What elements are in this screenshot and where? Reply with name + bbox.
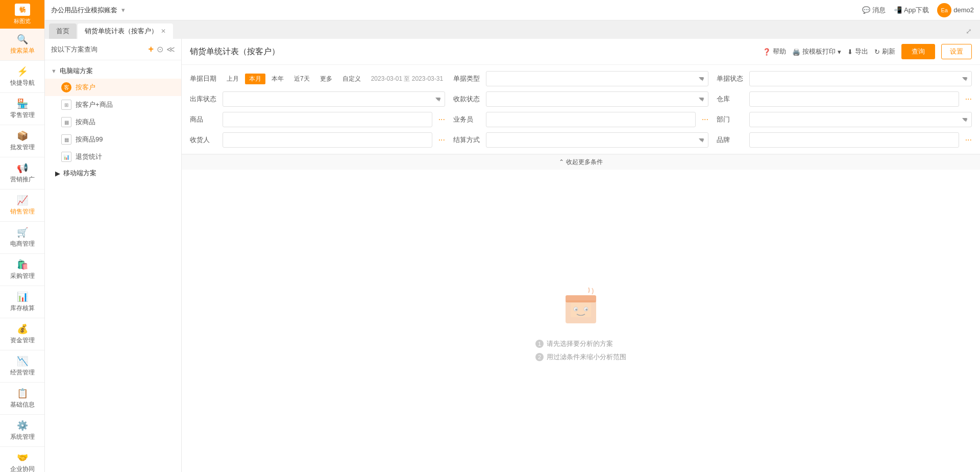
- sidebar-item-retail[interactable]: 🏪 零售管理: [0, 93, 44, 125]
- sidebar-label-sales: 销售管理: [10, 207, 35, 216]
- basic-info-icon: 📋: [17, 388, 28, 399]
- app-download-label: App下载: [904, 6, 929, 15]
- tab-close-icon[interactable]: ✕: [161, 28, 166, 35]
- salesperson-input[interactable]: [486, 112, 696, 127]
- date-shortcuts: 上月 本月 本年 近7天 更多 自定义: [223, 74, 365, 84]
- dropdown-icon[interactable]: ▾: [121, 6, 125, 14]
- mobile-expand-icon: ▶: [55, 170, 60, 177]
- tree-item-by-product[interactable]: ▦ 按商品: [45, 113, 181, 131]
- sidebar-label-operations: 经营管理: [10, 368, 35, 377]
- sidebar-item-purchase[interactable]: 🛍️ 采购管理: [0, 254, 44, 286]
- brand-dots[interactable]: ···: [965, 135, 972, 145]
- empty-texts: 1 请先选择要分析的方案 2 用过滤条件来缩小分析范围: [535, 339, 626, 362]
- collapse-arrow-icon: ⌃: [559, 158, 566, 166]
- tree-group-mobile[interactable]: ▶ 移动端方案: [45, 166, 181, 181]
- tree-item-return-stat[interactable]: 📊 退货统计: [45, 148, 181, 166]
- sidebar-label-search: 搜索菜单: [10, 46, 35, 55]
- collapse-panel-btn[interactable]: ≪: [166, 44, 175, 54]
- warehouse-dots[interactable]: ···: [965, 95, 972, 104]
- add-scheme-btn[interactable]: +: [148, 44, 154, 55]
- export-btn[interactable]: ⬇ 导出: [847, 47, 868, 56]
- user-profile-btn[interactable]: Ea demo2: [937, 3, 974, 17]
- sidebar-label-finance: 资金管理: [10, 336, 35, 345]
- shipment-select-wrapper: ▾: [223, 91, 445, 107]
- tree-item-by-product99-label: 按商品99: [76, 135, 103, 144]
- tab-sales-stat[interactable]: 销货单统计表（按客户） ✕: [78, 23, 173, 39]
- sidebar-item-inventory[interactable]: 📊 库存核算: [0, 286, 44, 318]
- order-type-select[interactable]: [486, 71, 708, 86]
- sidebar-item-sales[interactable]: 📈 销售管理: [0, 190, 44, 222]
- tree-group-desktop[interactable]: ▼ 电脑端方案: [45, 63, 181, 79]
- settlement-select[interactable]: [486, 132, 708, 148]
- sidebar-label-marketing: 营销推广: [10, 175, 35, 184]
- maximize-btn[interactable]: ⤢: [962, 23, 976, 39]
- return-stat-icon: 📊: [61, 152, 71, 162]
- payment-select[interactable]: [486, 91, 708, 107]
- warehouse-input[interactable]: [749, 91, 959, 107]
- by-customer-icon: 客: [61, 82, 71, 92]
- sidebar-item-basic-info[interactable]: 📋 基础信息: [0, 383, 44, 415]
- avatar: Ea: [937, 3, 951, 17]
- help-icon: ❓: [763, 48, 771, 56]
- hint-text-1: 请先选择要分析的方案: [547, 339, 613, 348]
- by-customer-product-icon: ⊞: [61, 100, 71, 110]
- message-btn[interactable]: 💬 消息: [862, 6, 886, 15]
- settings-scheme-btn[interactable]: ⊙: [157, 44, 163, 54]
- sidebar-item-quick-nav[interactable]: ⚡ 快捷导航: [0, 61, 44, 93]
- shortcut-more[interactable]: 更多: [316, 74, 336, 84]
- receiver-input[interactable]: [223, 132, 432, 148]
- shortcut-this-year[interactable]: 本年: [267, 74, 288, 84]
- export-label: 导出: [855, 47, 868, 56]
- tree-item-by-customer-product[interactable]: ⊞ 按客户+商品: [45, 96, 181, 113]
- sidebar-item-marketing[interactable]: 📢 营销推广: [0, 157, 44, 190]
- shipment-select[interactable]: [223, 91, 445, 107]
- filter-salesperson: 业务员 ···: [453, 112, 708, 127]
- shortcut-7days[interactable]: 近7天: [290, 74, 314, 84]
- settings-btn[interactable]: 设置: [941, 44, 972, 59]
- receiver-dots[interactable]: ···: [438, 135, 445, 145]
- sidebar-item-finance[interactable]: 💰 资金管理: [0, 318, 44, 350]
- shortcut-custom[interactable]: 自定义: [338, 74, 365, 84]
- filter-payment: 收款状态 ▾: [453, 91, 708, 107]
- shipment-label: 出库状态: [190, 95, 218, 104]
- settlement-label: 结算方式: [453, 135, 482, 145]
- filter-row-3: 商品 ··· 业务员 ··· 部门 ▾: [190, 112, 972, 127]
- filter-order-type: 单据类型 ▾: [453, 71, 708, 86]
- tree-item-by-customer[interactable]: 客 按客户: [45, 79, 181, 96]
- help-label: 帮助: [773, 47, 786, 56]
- salesperson-dots[interactable]: ···: [702, 115, 708, 124]
- sidebar-item-wholesale[interactable]: 📦 批发管理: [0, 125, 44, 157]
- brand-input[interactable]: [749, 132, 959, 148]
- print-btn[interactable]: 🖨️ 按模板打印 ▾: [792, 47, 841, 56]
- tree-item-by-customer-label: 按客户: [76, 83, 95, 92]
- tree-item-return-stat-label: 退货统计: [76, 152, 102, 161]
- sidebar-item-system[interactable]: ⚙️ 系统管理: [0, 415, 44, 447]
- message-label: 消息: [872, 6, 886, 15]
- help-btn[interactable]: ❓ 帮助: [763, 47, 786, 56]
- order-status-select-wrapper: ▾: [749, 71, 972, 86]
- app-download-btn[interactable]: 📲 App下载: [894, 6, 929, 15]
- sidebar-item-search[interactable]: 🔍 搜索菜单: [0, 29, 44, 61]
- logo-icon: 畅: [15, 4, 30, 16]
- query-btn[interactable]: 查询: [901, 44, 935, 59]
- order-status-select[interactable]: [749, 71, 972, 86]
- department-select[interactable]: [749, 112, 972, 127]
- order-status-label: 单据状态: [717, 74, 745, 83]
- top-nav-title: 办公用品行业模拟账套: [51, 6, 117, 15]
- sidebar-item-ecommerce[interactable]: 🛒 电商管理: [0, 222, 44, 254]
- sidebar-item-operations[interactable]: 📉 经营管理: [0, 350, 44, 383]
- collapse-btn[interactable]: ⌃ 收起更多条件: [182, 154, 980, 170]
- tree-group-desktop-label: 电脑端方案: [60, 66, 93, 76]
- sidebar-item-enterprise[interactable]: 🤝 企业协同: [0, 447, 44, 472]
- print-arrow: ▾: [838, 48, 841, 56]
- svg-point-5: [575, 309, 577, 311]
- tree-item-by-product99[interactable]: ▦ 按商品99: [45, 131, 181, 148]
- product-input[interactable]: [223, 112, 432, 127]
- product-dots[interactable]: ···: [438, 115, 445, 124]
- shortcut-this-month[interactable]: 本月: [245, 74, 265, 84]
- department-select-wrapper: ▾: [749, 112, 972, 127]
- tab-home[interactable]: 首页: [49, 23, 77, 39]
- refresh-btn[interactable]: ↻ 刷新: [874, 47, 895, 56]
- department-label: 部门: [717, 115, 745, 124]
- shortcut-last-month[interactable]: 上月: [223, 74, 243, 84]
